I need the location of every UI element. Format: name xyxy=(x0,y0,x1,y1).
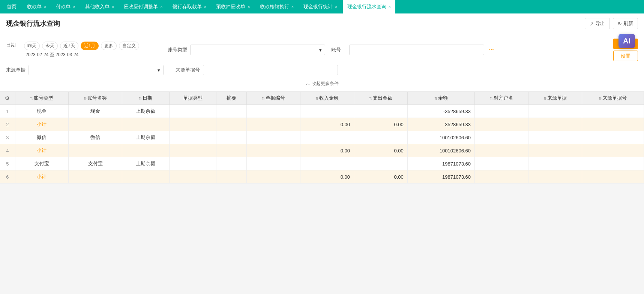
th-source-doc-no[interactable]: ⇅来源单据号 xyxy=(582,92,644,105)
cell-source-doc xyxy=(528,144,582,157)
nav-tab-close[interactable]: × xyxy=(335,4,337,9)
cell-source-doc xyxy=(528,170,582,184)
cell-source-doc-no xyxy=(582,157,644,170)
date-option-btn[interactable]: 自定义 xyxy=(119,42,139,50)
row-number: 1 xyxy=(0,105,15,118)
nav-tab-close[interactable]: × xyxy=(160,4,162,9)
cell-counterpart xyxy=(475,131,528,144)
date-option-btn[interactable]: 昨天 xyxy=(24,42,40,50)
cell-account-type: 微信 xyxy=(15,131,69,144)
sort-icon: ⇅ xyxy=(599,96,602,100)
cell-counterpart xyxy=(475,170,528,184)
th-account-type[interactable]: ⇅账号类型 xyxy=(15,92,69,105)
date-range: 2023-02-24 至 2023-03-24 xyxy=(26,52,139,58)
date-option-btn[interactable]: 近1月 xyxy=(81,42,99,50)
cell-summary xyxy=(216,144,247,157)
cell-summary xyxy=(216,170,247,184)
cell-doc-type xyxy=(169,157,216,170)
nav-tab-close[interactable]: × xyxy=(73,4,75,9)
nav-tab[interactable]: 银行存取款单× xyxy=(168,0,211,13)
cell-date xyxy=(122,144,170,157)
th-counterpart[interactable]: ⇅对方户名 xyxy=(475,92,528,105)
cell-income xyxy=(300,131,354,144)
account-more-button[interactable]: ··· xyxy=(487,46,495,53)
nav-home[interactable]: 首页 xyxy=(2,0,22,13)
cell-income: 0.00 xyxy=(300,118,354,131)
cell-doc-no xyxy=(247,131,300,144)
cell-account-type: 小计 xyxy=(15,118,69,131)
cell-account-type: 小计 xyxy=(15,170,69,184)
nav-tab[interactable]: 现金银行统计× xyxy=(299,0,342,13)
nav-tab[interactable]: 预收冲应收单× xyxy=(212,0,254,13)
th-account-name[interactable]: ⇅账号名称 xyxy=(69,92,122,105)
cell-doc-type xyxy=(169,105,216,118)
sort-icon: ⇅ xyxy=(369,96,372,100)
nav-tab-close[interactable]: × xyxy=(291,4,294,9)
refresh-button[interactable]: ↻ 刷新 xyxy=(613,18,638,29)
cell-account-type: 支付宝 xyxy=(15,157,69,170)
table-header-row: ⚙ ⇅账号类型 ⇅账号名称 ⇅日期 单据类型 摘要 ⇅单据编号 ⇅收入金额 ⇅支… xyxy=(0,92,644,105)
account-input[interactable] xyxy=(349,45,484,55)
nav-tab-close[interactable]: × xyxy=(204,4,206,9)
date-option-btn[interactable]: 今天 xyxy=(42,42,58,50)
cell-date: 上期余额 xyxy=(122,105,170,118)
nav-tab[interactable]: 现金银行流水查询× xyxy=(343,0,395,13)
cell-expense: 0.00 xyxy=(354,118,407,131)
th-date[interactable]: ⇅日期 xyxy=(122,92,170,105)
th-gear[interactable]: ⚙ xyxy=(0,92,15,105)
cell-counterpart xyxy=(475,144,528,157)
settings-button[interactable]: 设置 xyxy=(613,51,638,61)
th-expense[interactable]: ⇅支出金额 xyxy=(354,92,407,105)
nav-tab-close[interactable]: × xyxy=(389,4,391,9)
cell-counterpart xyxy=(475,157,528,170)
page-header: 现金银行流水查询 ↗ 导出 ↻ 刷新 xyxy=(0,13,644,34)
nav-tab-close[interactable]: × xyxy=(112,4,114,9)
page-title: 现金银行流水查询 xyxy=(6,19,60,28)
row-number: 4 xyxy=(0,144,15,157)
cell-summary xyxy=(216,157,247,170)
export-button[interactable]: ↗ 导出 xyxy=(585,18,610,29)
chevron-up-icon: ︿ xyxy=(306,81,310,87)
sort-icon: ⇅ xyxy=(139,96,142,100)
sort-icon: ⇅ xyxy=(84,96,87,100)
source-doc-no-filter: 来源单据号 xyxy=(176,65,338,75)
date-option-btn[interactable]: 近7天 xyxy=(60,42,78,50)
collapse-bar[interactable]: ︿ 收起更多条件 xyxy=(6,79,638,88)
nav-tab[interactable]: 其他收入单× xyxy=(81,0,119,13)
sort-icon: ⇅ xyxy=(434,96,437,100)
th-doc-type: 单据类型 xyxy=(169,92,216,105)
th-summary: 摘要 xyxy=(216,92,247,105)
cell-summary xyxy=(216,131,247,144)
cell-doc-type xyxy=(169,118,216,131)
date-options: 昨天今天近7天近1月更多自定义 xyxy=(24,42,139,50)
date-option-btn[interactable]: 更多 xyxy=(101,42,117,50)
source-doc-select[interactable]: ▾ xyxy=(29,65,164,75)
table-row: 2小计0.000.00-3528659.33 xyxy=(0,118,644,131)
th-source-doc[interactable]: ⇅来源单据 xyxy=(528,92,582,105)
table-row: 6小计0.000.0019871073.60 xyxy=(0,170,644,184)
cell-account-name: 现金 xyxy=(69,105,122,118)
cell-source-doc-no xyxy=(582,105,644,118)
source-doc-no-input[interactable] xyxy=(203,65,338,75)
source-doc-filter: 来源单据 ▾ xyxy=(6,65,164,75)
th-income[interactable]: ⇅收入金额 xyxy=(300,92,354,105)
nav-tab-close[interactable]: × xyxy=(248,4,250,9)
nav-tab-label: 其他收入单 xyxy=(85,3,110,10)
cell-income xyxy=(300,157,354,170)
th-doc-no[interactable]: ⇅单据编号 xyxy=(247,92,300,105)
account-type-select[interactable]: ▾ xyxy=(190,45,325,55)
header-actions: ↗ 导出 ↻ 刷新 xyxy=(585,18,638,29)
nav-tab[interactable]: 收款单× xyxy=(23,0,51,13)
cell-source-doc-no xyxy=(582,131,644,144)
nav-tab[interactable]: 付款单× xyxy=(51,0,80,13)
nav-tab[interactable]: 应收应付调整单× xyxy=(119,0,167,13)
th-balance[interactable]: ⇅余额 xyxy=(407,92,474,105)
account-label: 账号 xyxy=(331,46,346,53)
cell-balance: 100102606.60 xyxy=(407,131,474,144)
nav-tab[interactable]: 收款核销执行× xyxy=(255,0,298,13)
gear-icon: ⚙ xyxy=(5,95,10,101)
ai-assistant-badge[interactable]: Ai xyxy=(618,34,635,48)
cell-account-name xyxy=(69,144,122,157)
nav-tab-close[interactable]: × xyxy=(44,4,46,9)
cell-balance: -3528659.33 xyxy=(407,118,474,131)
